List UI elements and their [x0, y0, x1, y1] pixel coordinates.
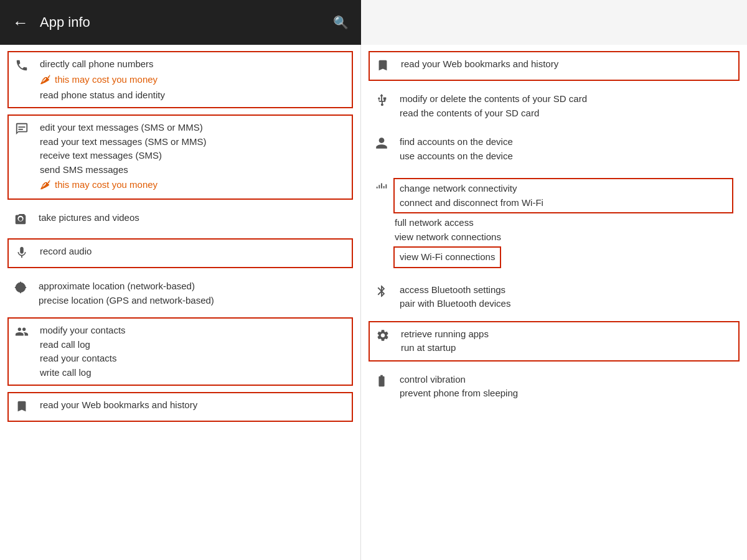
- account-icon: [375, 135, 400, 152]
- contacts-permission-text: modify your contacts read call log read …: [40, 324, 126, 380]
- right-column: read your Web bookmarks and history modi…: [361, 45, 747, 560]
- svg-point-3: [16, 283, 26, 292]
- phone-permission-text: directly call phone numbers 🌶 this may c…: [40, 57, 165, 102]
- network-permission: change network connectivity connect and …: [369, 173, 740, 273]
- bookmark-right-permission-text: read your Web bookmarks and history: [401, 57, 558, 72]
- mic-permission-text: record audio: [40, 245, 92, 259]
- phone-permission: directly call phone numbers 🌶 this may c…: [7, 51, 353, 108]
- app-header: ← App info 🔍: [0, 0, 361, 45]
- storage-permission-text: modify or delete the contents of your SD…: [400, 92, 587, 120]
- mic-icon: [15, 245, 40, 262]
- location-permission-text: approximate location (network-based) pre…: [39, 279, 214, 307]
- location-icon: [14, 279, 39, 297]
- page-title: App info: [40, 14, 333, 30]
- svg-rect-1: [19, 129, 23, 130]
- contacts-permission: modify your contacts read call log read …: [7, 317, 353, 386]
- battery-permission-text: control vibration prevent phone from sle…: [400, 373, 518, 401]
- location-permission: approximate location (network-based) pre…: [7, 274, 353, 312]
- bluetooth-icon: [375, 283, 400, 301]
- bookmark-left-permission: read your Web bookmarks and history: [7, 392, 353, 422]
- settings-icon: [376, 327, 401, 345]
- bookmark-right-permission: read your Web bookmarks and history: [369, 51, 740, 81]
- accounts-permission-text: find accounts on the device use accounts…: [400, 135, 513, 163]
- system-permission: retrieve running apps run at startup: [369, 321, 740, 362]
- battery-icon: [375, 373, 400, 390]
- network-icon: [369, 173, 393, 195]
- accounts-permission: find accounts on the device use accounts…: [369, 130, 740, 168]
- bookmark-left-icon: [15, 398, 40, 416]
- contacts-icon: [15, 324, 40, 341]
- bluetooth-permission-text: access Bluetooth settings pair with Blue…: [400, 283, 510, 311]
- left-column: directly call phone numbers 🌶 this may c…: [0, 45, 361, 560]
- storage-permission: modify or delete the contents of your SD…: [369, 87, 740, 125]
- camera-icon: [14, 211, 39, 228]
- camera-permission: take pictures and videos: [7, 206, 353, 233]
- camera-permission-text: take pictures and videos: [39, 211, 139, 225]
- bookmark-left-permission-text: read your Web bookmarks and history: [40, 398, 197, 413]
- phone-icon: [15, 57, 40, 75]
- sms-permission: edit your text messages (SMS or MMS) rea…: [7, 114, 353, 200]
- back-icon[interactable]: ←: [12, 13, 29, 32]
- sms-icon: [15, 121, 40, 139]
- bookmark-right-icon: [376, 57, 401, 75]
- usb-icon: [375, 92, 400, 110]
- search-icon[interactable]: 🔍: [333, 15, 349, 30]
- system-permission-text: retrieve running apps run at startup: [401, 327, 489, 355]
- bluetooth-permission: access Bluetooth settings pair with Blue…: [369, 278, 740, 316]
- mic-permission: record audio: [7, 238, 353, 268]
- network-permission-text: change network connectivity connect and …: [393, 173, 740, 273]
- battery-permission: control vibration prevent phone from sle…: [369, 368, 740, 406]
- sms-permission-text: edit your text messages (SMS or MMS) rea…: [40, 121, 207, 194]
- svg-rect-0: [19, 126, 26, 128]
